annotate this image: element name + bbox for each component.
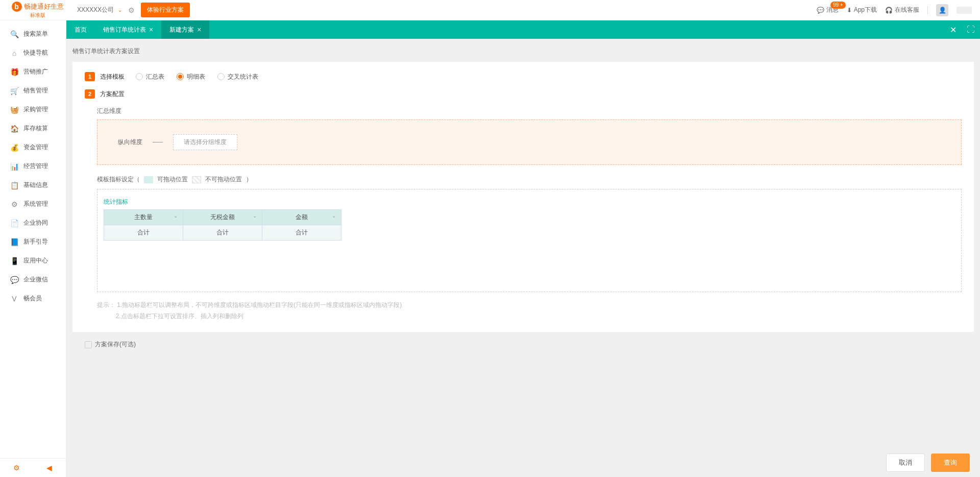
hints: 提示： 1.拖动标题栏可以调整布局，不可跨维度或指标区域拖动栏目字段(只能在同一… [97,299,962,322]
sidebar-basic[interactable]: 📋基础信息 [0,176,66,195]
template-radio[interactable]: 明细表 [177,73,205,81]
template-radio-group: 汇总表明细表交叉统计表 [136,73,258,81]
chevron-down-icon[interactable]: ⌄ [332,213,336,219]
sidebar-item-label: 企业微信 [23,275,48,284]
chevron-down-icon[interactable]: ⌄ [174,213,178,219]
sidebar-sales[interactable]: 🛒销售管理 [0,81,66,100]
metrics-column-header[interactable]: 金额⌄ [262,210,341,225]
sidebar-member-icon: V [10,295,18,303]
tab-label: 销售订单统计表 [103,26,146,34]
sidebar-collapse-icon[interactable]: ◀ [33,459,66,477]
radio-label: 明细表 [187,73,205,81]
online-service-link[interactable]: 🎧 在线客服 [885,6,919,14]
tab-label: 新建方案 [169,26,194,34]
sidebar-collab[interactable]: 📄企业协同 [0,213,66,232]
sidebar-item-label: 应用中心 [23,256,48,265]
sidebar-inventory[interactable]: 🏠库存核算 [0,119,66,138]
radio-label: 交叉统计表 [228,73,258,81]
messages-link[interactable]: 💬 消息 99 + [817,6,839,14]
logo-icon: b [12,2,22,12]
tab-close-all-icon[interactable]: ✕ [945,25,962,35]
sidebar: 🔍搜索菜单⌂快捷导航🎁营销推广🛒销售管理🧺采购管理🏠库存核算💰资金管理📊经营管理… [0,20,66,477]
radio-icon [136,73,143,80]
chevron-down-icon[interactable]: ⌄ [253,213,257,219]
sidebar-footer: ⚙ ◀ [0,458,66,477]
footer-bar: 取消 查询 [66,448,980,477]
sidebar-search[interactable]: 🔍搜索菜单 [0,25,66,43]
save-plan-label: 方案保存(可选) [95,340,136,349]
sidebar-collab-icon: 📄 [10,219,18,227]
metrics-legend: 模板指标设定（ 可拖动位置 不可拖动位置 ） [97,175,962,184]
step-2-number: 2 [85,89,95,99]
tab[interactable]: 首页 [66,20,95,39]
tab-close-icon[interactable]: × [149,26,153,34]
sidebar-apps[interactable]: 📱应用中心 [0,251,66,270]
sidebar-guide[interactable]: 📘新手引导 [0,232,66,251]
metrics-column-header[interactable]: 无税金额⌄ [183,210,262,225]
tabs-bar: 首页销售订单统计表×新建方案× ✕ ⛶ [66,20,980,39]
sidebar-item-label: 搜索菜单 [23,30,48,38]
legend-prefix: 模板指标设定（ [97,175,140,184]
sidebar-item-label: 畅会员 [23,294,42,303]
step-2-row: 2 方案配置 [85,89,962,99]
top-header: b 畅捷通好生意 标准版 XXXXXX公司 ⌄ ⚙ 体验行业方案 💬 消息 99… [0,0,980,20]
legend-suffix: ） [246,175,252,184]
radio-icon [217,73,225,80]
query-button[interactable]: 查询 [931,454,970,472]
legend-fixed-swatch [192,176,201,183]
sidebar-member[interactable]: V畅会员 [0,289,66,308]
app-download-link[interactable]: ⬇ App下载 [847,6,877,14]
save-plan-checkbox[interactable] [85,341,92,348]
sidebar-system[interactable]: ⚙系统管理 [0,195,66,213]
chevron-down-icon: ⌄ [118,7,122,13]
dimension-box: 纵向维度 请选择分组维度 [97,120,962,165]
gear-icon[interactable]: ⚙ [128,6,135,14]
dimension-selector[interactable]: 请选择分组维度 [173,134,237,150]
company-selector[interactable]: XXXXXX公司 ⌄ [77,6,122,14]
messages-badge: 99 + [830,2,846,9]
template-radio[interactable]: 交叉统计表 [217,73,258,81]
sidebar-operations[interactable]: 📊经营管理 [0,157,66,176]
step-2-label: 方案配置 [100,90,125,99]
sidebar-purchase[interactable]: 🧺采购管理 [0,100,66,119]
radio-icon [177,73,184,80]
fullscreen-icon[interactable]: ⛶ [962,25,980,34]
sidebar-apps-icon: 📱 [10,257,18,265]
sidebar-operations-icon: 📊 [10,162,18,171]
sidebar-guide-icon: 📘 [10,238,18,246]
sidebar-funds[interactable]: 💰资金管理 [0,138,66,157]
divider [927,6,928,14]
sidebar-item-label: 经营管理 [23,162,48,171]
online-service-label: 在线客服 [895,6,919,14]
metrics-area: 统计指标 主数量⌄无税金额⌄金额⌄ 合计合计合计 [97,189,962,292]
avatar[interactable]: 👤 [936,4,948,16]
tab[interactable]: 新建方案× [161,20,209,39]
tab-close-icon[interactable]: × [197,26,201,34]
template-radio[interactable]: 汇总表 [136,73,164,81]
tab[interactable]: 销售订单统计表× [95,20,161,39]
message-icon: 💬 [817,7,824,14]
metrics-total-cell: 合计 [104,225,183,241]
page-title: 销售订单统计表方案设置 [72,45,974,62]
sidebar-purchase-icon: 🧺 [10,106,18,114]
hint-1: 1.拖动标题栏可以调整布局，不可跨维度或指标区域拖动栏目字段(只能在同一维度或指… [117,301,402,308]
metrics-column-header[interactable]: 主数量⌄ [104,210,183,225]
metrics-total-cell: 合计 [183,225,262,241]
headset-icon: 🎧 [885,7,893,14]
save-plan-row: 方案保存(可选) [85,340,974,349]
sidebar-quicknav[interactable]: ⌂快捷导航 [0,43,66,62]
cancel-button[interactable]: 取消 [886,454,925,472]
experience-button[interactable]: 体验行业方案 [141,3,190,17]
sidebar-item-label: 采购管理 [23,105,48,114]
metrics-title: 统计指标 [104,198,955,206]
sidebar-marketing[interactable]: 🎁营销推广 [0,62,66,81]
sidebar-inventory-icon: 🏠 [10,125,18,133]
sidebar-item-label: 企业协同 [23,219,48,227]
sidebar-wechat[interactable]: 💬企业微信 [0,270,66,289]
legend-draggable-label: 可拖动位置 [157,175,188,184]
sidebar-settings-icon[interactable]: ⚙ [0,459,33,477]
column-label: 无税金额 [210,213,235,221]
download-icon: ⬇ [847,7,852,14]
hints-label: 提示： [97,301,115,308]
sidebar-wechat-icon: 💬 [10,276,18,284]
